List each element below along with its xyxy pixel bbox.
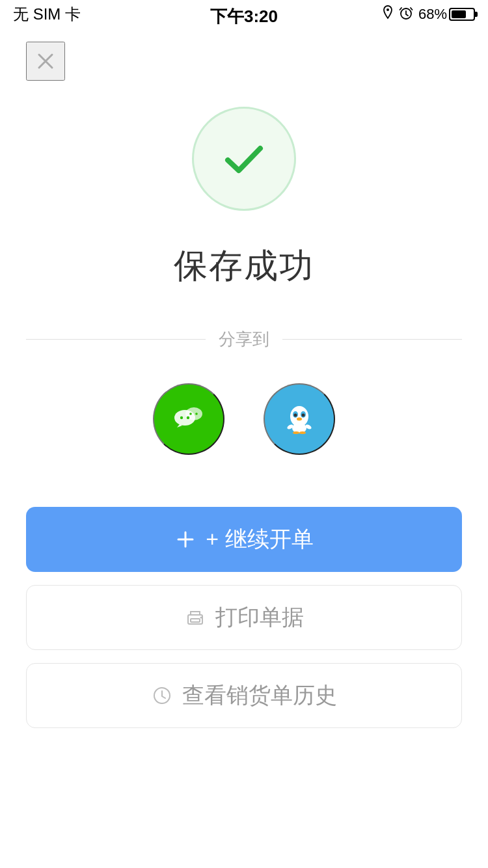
print-label: 打印单据	[215, 603, 304, 632]
svg-point-4	[180, 416, 183, 419]
wechat-share-button[interactable]	[153, 383, 224, 455]
carrier-text: 无 SIM 卡	[13, 4, 81, 25]
success-title: 保存成功	[174, 243, 314, 289]
svg-point-6	[189, 413, 192, 415]
svg-point-21	[200, 617, 202, 619]
close-button[interactable]	[26, 42, 65, 81]
status-right: 68%	[382, 5, 475, 23]
svg-point-10	[294, 414, 297, 417]
battery: 68%	[418, 6, 475, 23]
status-bar: 无 SIM 卡 下午3:20 68%	[0, 0, 488, 29]
divider-right	[282, 339, 462, 340]
qq-icon	[280, 400, 319, 439]
checkmark-icon	[218, 133, 270, 185]
action-buttons: + 继续开单 打印单据 查看销货单历史	[26, 507, 462, 728]
status-time: 下午3:20	[210, 5, 278, 28]
battery-fill	[452, 10, 466, 18]
svg-point-17	[293, 431, 299, 434]
wechat-icon	[169, 400, 208, 439]
svg-point-5	[187, 416, 189, 419]
success-icon-container	[192, 107, 296, 211]
history-label: 查看销货单历史	[182, 681, 337, 711]
continue-button[interactable]: + 继续开单	[26, 507, 462, 572]
svg-point-18	[299, 431, 306, 434]
history-button[interactable]: 查看销货单历史	[26, 663, 462, 728]
divider-left	[26, 339, 206, 340]
qq-share-button[interactable]	[264, 383, 335, 455]
share-icons	[153, 383, 335, 455]
share-divider: 分享到	[26, 328, 462, 351]
svg-rect-20	[191, 619, 200, 622]
battery-text: 68%	[418, 6, 447, 23]
alarm-icon	[399, 5, 413, 23]
continue-label: + 继续开单	[206, 524, 313, 554]
svg-point-13	[297, 418, 302, 421]
print-icon	[184, 606, 206, 629]
plus-icon	[174, 528, 197, 550]
share-label: 分享到	[219, 328, 269, 351]
history-icon	[151, 685, 173, 707]
svg-point-0	[386, 8, 389, 11]
svg-point-12	[302, 414, 305, 417]
battery-icon	[449, 8, 475, 21]
status-carrier: 无 SIM 卡	[13, 4, 86, 25]
location-icon	[382, 5, 394, 23]
svg-point-7	[195, 413, 198, 415]
main-content: 保存成功 分享到	[0, 29, 488, 754]
print-button[interactable]: 打印单据	[26, 585, 462, 650]
